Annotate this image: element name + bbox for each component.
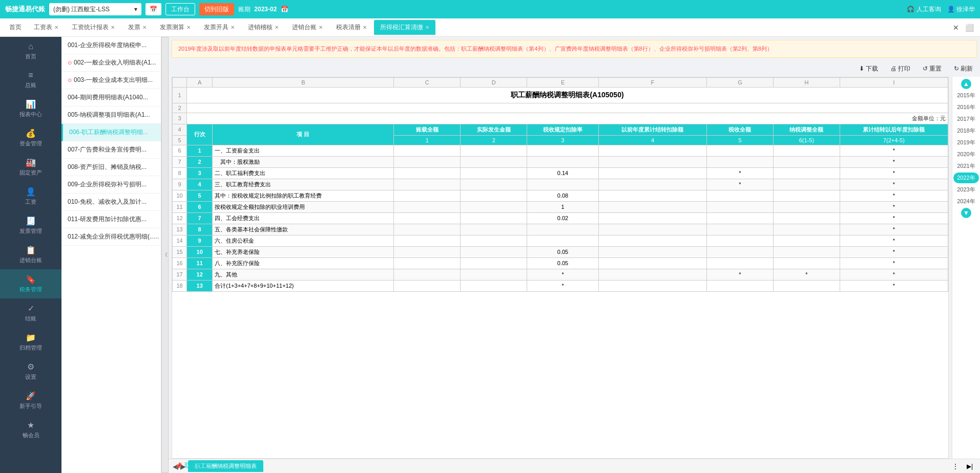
year-item-2023[interactable]: 2023年: [953, 184, 979, 195]
close-icon[interactable]: ✕: [111, 25, 115, 30]
c2-cell[interactable]: [461, 179, 527, 190]
c7-cell[interactable]: *: [840, 269, 948, 280]
close-icon[interactable]: ✕: [319, 25, 323, 30]
c5-cell[interactable]: [707, 201, 774, 212]
c6-cell[interactable]: [773, 257, 840, 269]
c5-cell[interactable]: [707, 190, 774, 201]
c1-cell[interactable]: [394, 269, 461, 280]
c1-cell[interactable]: [394, 156, 461, 167]
c7-cell[interactable]: *: [840, 145, 948, 156]
c6-cell[interactable]: [773, 156, 840, 167]
close-window-btn[interactable]: ✕: [951, 23, 961, 33]
c2-cell[interactable]: [461, 280, 527, 291]
c2-cell[interactable]: [461, 145, 527, 156]
c3-cell[interactable]: 0.05: [527, 246, 599, 257]
workbench-btn[interactable]: 工作台: [165, 3, 195, 15]
sidebar-item-salary[interactable]: 👤 工资: [0, 182, 61, 211]
sidebar-item-invoice[interactable]: 🧾 发票管理: [0, 211, 61, 240]
year-scroll-down-btn[interactable]: ▼: [961, 208, 971, 218]
c5-cell[interactable]: [707, 280, 774, 291]
reset-btn[interactable]: ↺ 重置: [920, 63, 945, 75]
tab-sales-check[interactable]: 进销稽核 ✕: [242, 20, 285, 35]
close-icon[interactable]: ✕: [186, 25, 191, 30]
sub-nav-item-006[interactable]: 006-职工薪酬纳税调整明细...: [61, 124, 161, 141]
year-item-2017[interactable]: 2017年: [953, 114, 979, 124]
company-selector[interactable]: (勿删) 江西般宝-LSS ▾: [49, 3, 141, 15]
sidebar-item-newbie[interactable]: 🚀 新手引导: [0, 386, 61, 415]
c6-cell[interactable]: [773, 201, 840, 212]
sub-nav-item-001[interactable]: 001-企业所得税年度纳税申...: [61, 37, 161, 54]
c5-cell[interactable]: [707, 246, 774, 257]
c7-cell[interactable]: *: [840, 212, 948, 224]
c6-cell[interactable]: [773, 235, 840, 246]
c6-cell[interactable]: [773, 224, 840, 235]
c6-cell[interactable]: [773, 179, 840, 190]
c5-cell[interactable]: [707, 145, 774, 156]
c7-cell[interactable]: *: [840, 190, 948, 201]
year-item-2021[interactable]: 2021年: [953, 161, 979, 171]
c5-cell[interactable]: [707, 224, 774, 235]
cancel-fixed-btn[interactable]: 📌 取消固定: [169, 458, 215, 473]
sidebar-item-capital[interactable]: 💰 资金管理: [0, 123, 61, 153]
c5-cell[interactable]: [707, 235, 774, 246]
c3-cell[interactable]: 1: [527, 201, 599, 212]
sidebar-item-home[interactable]: ⌂ 首页: [0, 37, 61, 66]
download-btn[interactable]: ⬇ 下载: [856, 63, 881, 75]
c1-cell[interactable]: [394, 280, 461, 291]
close-icon[interactable]: ✕: [363, 25, 367, 30]
sub-nav-item-008[interactable]: 008-资产折旧、摊销及纳税...: [61, 159, 161, 176]
c5-cell[interactable]: [707, 212, 774, 224]
sidebar-item-sales[interactable]: 📋 进销台账: [0, 240, 61, 269]
c1-cell[interactable]: [394, 201, 461, 212]
switch-old-btn[interactable]: 切到旧版: [199, 3, 234, 15]
c3-cell[interactable]: [527, 156, 599, 167]
c3-cell[interactable]: [527, 179, 599, 190]
tab-invoice-calc[interactable]: 发票测算 ✕: [154, 20, 197, 35]
year-item-2022[interactable]: 2022年: [953, 173, 979, 183]
c3-cell[interactable]: *: [527, 280, 599, 291]
c3-cell[interactable]: *: [527, 269, 599, 280]
sub-nav-item-012[interactable]: 012-减免企业所得税优惠明细(..…: [61, 228, 161, 246]
sidebar-item-member[interactable]: ★ 畅会员: [0, 415, 61, 444]
spreadsheet-table-container[interactable]: A B C D E F G H I: [172, 77, 949, 459]
close-icon[interactable]: ✕: [425, 25, 429, 30]
c5-cell[interactable]: *: [707, 269, 774, 280]
sidebar-item-asset[interactable]: 🏭 固定资产: [0, 153, 61, 182]
c3-cell[interactable]: [527, 224, 599, 235]
calendar-btn[interactable]: 📅: [145, 3, 161, 15]
c6-cell[interactable]: [773, 280, 840, 291]
c1-cell[interactable]: [394, 212, 461, 224]
c3-cell[interactable]: 0.05: [527, 257, 599, 269]
year-item-2024[interactable]: 2024年: [953, 196, 979, 207]
c4-cell[interactable]: [598, 179, 706, 190]
c7-cell[interactable]: *: [840, 257, 948, 269]
c4-cell[interactable]: [598, 235, 706, 246]
c3-cell[interactable]: 0.14: [527, 167, 599, 179]
sub-nav-item-005[interactable]: 005-纳税调整项目明细表(A1...: [61, 106, 161, 124]
c7-cell[interactable]: *: [840, 167, 948, 179]
sheet-scroll-right-btn[interactable]: ▶|: [964, 462, 976, 471]
c2-cell[interactable]: [461, 190, 527, 201]
collapse-toggle[interactable]: 《: [161, 37, 169, 473]
refresh-btn[interactable]: ↻ 刷新: [951, 63, 976, 75]
tab-sales-ledger[interactable]: 进销台账 ✕: [286, 20, 329, 35]
sub-nav-item-011[interactable]: 011-研发费用加计扣除优惠...: [61, 211, 161, 228]
sidebar-item-report[interactable]: 📊 报表中心: [0, 94, 61, 123]
year-scroll-up-btn[interactable]: ▲: [961, 79, 971, 89]
c2-cell[interactable]: [461, 224, 527, 235]
c2-cell[interactable]: [461, 156, 527, 167]
c7-cell[interactable]: *: [840, 201, 948, 212]
c2-cell[interactable]: [461, 201, 527, 212]
c6-cell[interactable]: [773, 167, 840, 179]
c5-cell[interactable]: *: [707, 179, 774, 190]
c1-cell[interactable]: [394, 235, 461, 246]
close-icon[interactable]: ✕: [275, 25, 279, 30]
user-avatar[interactable]: 👤 徐泽华: [947, 5, 975, 14]
close-icon[interactable]: ✕: [231, 25, 235, 30]
sidebar-item-settle[interactable]: ✓ 结账: [0, 298, 61, 328]
c1-cell[interactable]: [394, 224, 461, 235]
c4-cell[interactable]: [598, 145, 706, 156]
sheet-more-btn[interactable]: ⋮: [949, 462, 962, 471]
c1-cell[interactable]: [394, 257, 461, 269]
sidebar-item-settings[interactable]: ⚙ 设置: [0, 357, 61, 386]
